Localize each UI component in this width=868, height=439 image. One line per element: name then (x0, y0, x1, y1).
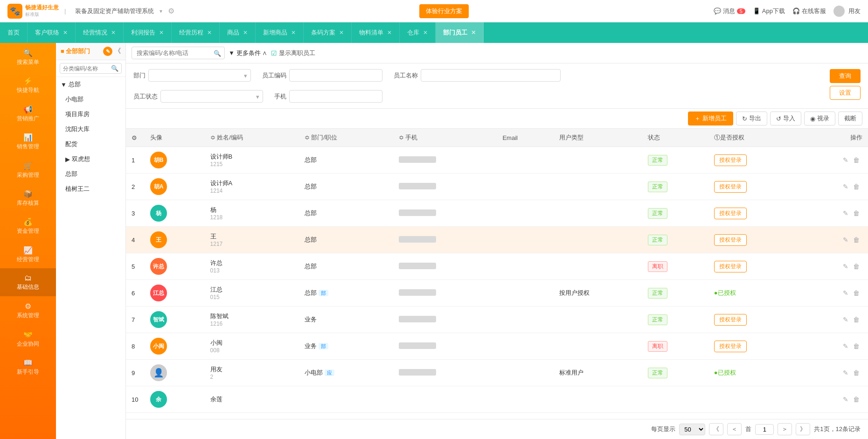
edit-icon[interactable]: ✎ (843, 289, 848, 297)
sidebar-item-quicknav[interactable]: ⚡ 快捷导航 (0, 71, 56, 99)
col-name[interactable]: ≎ 姓名/编码 (205, 129, 299, 147)
next-page-btn[interactable]: ＞ (778, 423, 792, 435)
user-item[interactable]: 用友 (833, 6, 861, 17)
col-dept[interactable]: ≎ 部门/职位 (299, 129, 393, 147)
sidebar-item-guide[interactable]: 📖 新手引导 (0, 353, 56, 381)
message-item[interactable]: 💬 消息 5 (714, 7, 745, 15)
tab-home[interactable]: 首页 (0, 22, 28, 43)
auth-button[interactable]: 授权登录 (714, 181, 747, 193)
more-filter-btn[interactable]: ▼ 更多条件 ∧ (229, 49, 267, 57)
prev-page-btn[interactable]: ＜ (727, 423, 742, 435)
tab-employees[interactable]: 部门员工✕ (436, 22, 484, 43)
close-icon[interactable]: ✕ (291, 29, 296, 36)
sidebar-item-basicinfo[interactable]: 🗂 基础信息 (0, 268, 56, 296)
close-icon[interactable]: ✕ (423, 29, 428, 36)
dept-item-peihuo[interactable]: 配货 (56, 137, 125, 152)
filter-code-input[interactable] (289, 69, 382, 82)
system-title-dropdown[interactable]: ▾ (160, 8, 162, 14)
dept-item-root[interactable]: ▼ 总部 (56, 77, 125, 92)
first-page-btn[interactable]: 《 (709, 423, 723, 435)
query-button[interactable]: 查询 (830, 69, 861, 83)
edit-icon[interactable]: ✎ (843, 369, 848, 376)
search-input[interactable] (132, 47, 225, 59)
close-icon[interactable]: ✕ (207, 29, 212, 36)
delete-icon[interactable]: 🗑 (853, 183, 860, 190)
delete-icon[interactable]: 🗑 (853, 396, 860, 403)
dept-collapse-btn[interactable]: 《 (114, 47, 121, 56)
close-icon[interactable]: ✕ (339, 29, 344, 36)
more-button[interactable]: 截断 (838, 111, 862, 125)
last-page-btn[interactable]: 》 (796, 423, 810, 435)
close-icon[interactable]: ✕ (111, 29, 116, 36)
online-service-item[interactable]: 🎧 在线客服 (792, 7, 826, 15)
dept-item-shenyang[interactable]: 沈阳大库 (56, 122, 125, 137)
sidebar-item-sysadmin[interactable]: ⚙ 系统管理 (0, 296, 56, 324)
close-icon[interactable]: ✕ (243, 29, 248, 36)
close-icon[interactable]: ✕ (63, 29, 68, 36)
set-button[interactable]: 设置 (830, 86, 861, 100)
delete-icon[interactable]: 🗑 (853, 236, 860, 244)
delete-icon[interactable]: 🗑 (853, 289, 860, 297)
tab-profit[interactable]: 利润报告✕ (124, 22, 172, 43)
edit-icon[interactable]: ✎ (843, 183, 848, 190)
tab-bom[interactable]: 物料清单✕ (352, 22, 400, 43)
edit-icon[interactable]: ✎ (843, 396, 848, 403)
col-phone[interactable]: ≎ 手机 (393, 129, 497, 147)
sidebar-item-bizman[interactable]: 📈 经营管理 (0, 240, 56, 268)
tab-customer[interactable]: 客户联络✕ (28, 22, 76, 43)
tab-operation[interactable]: 经营情况✕ (76, 22, 124, 43)
tab-barcode[interactable]: 条码方案✕ (304, 22, 352, 43)
sidebar-item-sales[interactable]: 📊 销售管理 (0, 127, 56, 155)
settings-icon[interactable]: ⚙ (168, 7, 174, 15)
tab-new-goods[interactable]: 新增商品✕ (256, 22, 304, 43)
trial-button[interactable]: 体验行业方案 (419, 4, 469, 18)
auth-button[interactable]: 授权登录 (714, 208, 747, 219)
show-resigned-toggle[interactable]: ☑ 显示离职员工 (271, 49, 315, 57)
filter-name-input[interactable] (421, 69, 561, 82)
delete-icon[interactable]: 🗑 (853, 156, 860, 164)
edit-icon[interactable]: ✎ (843, 236, 848, 244)
page-number-input[interactable] (755, 424, 774, 435)
delete-icon[interactable]: 🗑 (853, 316, 860, 323)
close-icon[interactable]: ✕ (387, 29, 392, 36)
dept-item-xiaodianbu[interactable]: 小电部 (56, 92, 125, 107)
filter-phone-input[interactable] (289, 90, 382, 103)
auth-button[interactable]: 授权登录 (714, 234, 747, 246)
auth-button[interactable]: 授权登录 (714, 314, 747, 326)
close-icon[interactable]: ✕ (471, 29, 476, 36)
delete-icon[interactable]: 🗑 (853, 342, 860, 350)
auth-button[interactable]: 授权登录 (714, 341, 747, 352)
edit-icon[interactable]: ✎ (843, 209, 848, 217)
dept-search-input[interactable] (63, 65, 109, 72)
tab-warehouse[interactable]: 仓库✕ (400, 22, 436, 43)
auth-button[interactable]: 授权登录 (714, 154, 747, 166)
col-settings[interactable]: ⚙ (126, 129, 145, 147)
dept-item-xiangmu[interactable]: 项目库房 (56, 107, 125, 122)
edit-icon[interactable]: ✎ (843, 316, 848, 323)
sidebar-item-finance[interactable]: 💰 资金管理 (0, 212, 56, 240)
auth-button[interactable]: 授权登录 (714, 261, 747, 272)
import-button[interactable]: ↺ 导入 (770, 111, 801, 125)
sidebar-item-purchase[interactable]: 🛒 采购管理 (0, 156, 56, 184)
add-employee-button[interactable]: ＋ 新增员工 (688, 111, 733, 125)
sidebar-item-inventory[interactable]: 📦 库存核算 (0, 184, 56, 212)
close-icon[interactable]: ✕ (159, 29, 164, 36)
export-button[interactable]: ↻ 导出 (736, 111, 767, 125)
delete-icon[interactable]: 🗑 (853, 369, 860, 376)
delete-icon[interactable]: 🗑 (853, 263, 860, 270)
tab-history[interactable]: 经营历程✕ (172, 22, 220, 43)
app-download-item[interactable]: 📱 App下载 (753, 7, 785, 15)
dept-item-shuanghu[interactable]: ▶ 双虎想 (56, 152, 125, 167)
dept-item-zongbu[interactable]: 总部 (56, 167, 125, 181)
sidebar-item-marketing[interactable]: 📢 营销推广 (0, 99, 56, 127)
tab-goods[interactable]: 商品✕ (220, 22, 256, 43)
edit-icon[interactable]: ✎ (843, 342, 848, 350)
edit-icon[interactable]: ✎ (843, 263, 848, 270)
filter-dept-select[interactable] (148, 69, 251, 82)
view-button[interactable]: ◉ 视录 (804, 111, 835, 125)
dept-item-zhishu[interactable]: 植树王二 (56, 181, 125, 196)
sidebar-item-search[interactable]: 🔍 搜索菜单 (0, 43, 56, 71)
delete-icon[interactable]: 🗑 (853, 209, 860, 217)
filter-status-select[interactable] (160, 90, 263, 103)
dept-add-btn[interactable]: ✎ (103, 47, 112, 56)
